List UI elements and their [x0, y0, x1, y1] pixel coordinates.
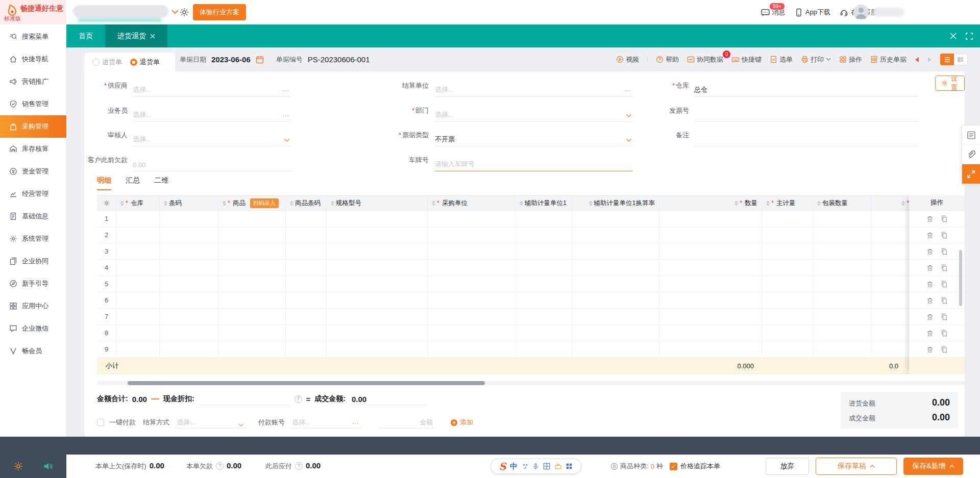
tab-2d[interactable]: 二维 — [154, 176, 168, 190]
grid-cell[interactable] — [286, 309, 327, 325]
sort-icon[interactable] — [290, 200, 293, 206]
grid-cell[interactable] — [659, 243, 762, 260]
grid-cell[interactable] — [572, 276, 659, 292]
grid-cell[interactable] — [428, 309, 516, 325]
row-number-cell[interactable]: 8 — [97, 325, 116, 341]
bill-type-field[interactable]: 不开票 — [435, 133, 633, 146]
tab-summary[interactable]: 汇总 — [126, 176, 140, 190]
trash-icon[interactable] — [926, 248, 934, 255]
grid-cell[interactable] — [327, 309, 428, 325]
grid-cell[interactable] — [762, 292, 813, 309]
grid-cell[interactable] — [813, 276, 871, 292]
video-button[interactable]: 视频 — [616, 55, 639, 64]
grid-cell[interactable] — [286, 341, 327, 358]
col-aux-rate[interactable]: 辅助计量单位1换算率 — [572, 196, 659, 211]
grid-cell[interactable] — [659, 325, 762, 341]
copy-icon[interactable] — [941, 313, 948, 320]
grid-cell[interactable] — [218, 341, 286, 358]
copy-icon[interactable] — [941, 248, 948, 255]
fullscreen-icon[interactable] — [966, 33, 973, 40]
trash-icon[interactable] — [926, 346, 934, 353]
grid-cell[interactable] — [659, 341, 762, 358]
copy-icon[interactable] — [941, 297, 948, 304]
grid-cell[interactable] — [428, 292, 516, 309]
h-scroll-thumb[interactable] — [128, 381, 485, 385]
ime-mode-indicator[interactable]: 中 — [510, 462, 518, 471]
row-number-cell[interactable]: 4 — [97, 260, 116, 276]
sidebar-item-quick-nav[interactable]: 快捷导航 — [0, 48, 66, 70]
remark-field[interactable] — [694, 133, 919, 146]
speaker-icon[interactable] — [43, 461, 53, 471]
grid-cell[interactable] — [160, 276, 218, 292]
sort-icon[interactable] — [520, 200, 523, 206]
grid-cell[interactable] — [516, 325, 572, 341]
mic-icon[interactable] — [532, 463, 539, 470]
grid-cell[interactable] — [572, 309, 659, 325]
trash-icon[interactable] — [926, 232, 934, 239]
grid-cell[interactable] — [218, 276, 286, 292]
trial-solution-button[interactable]: 体验行业方案 — [193, 4, 246, 20]
sidebar-item-system[interactable]: 系统管理 — [0, 228, 66, 250]
grid-cell[interactable] — [813, 211, 871, 227]
pay-account-select[interactable]: 选择...⋯ — [290, 416, 361, 429]
prev-arrow-icon[interactable] — [915, 57, 919, 63]
trash-icon[interactable] — [926, 215, 934, 222]
vertical-scroll-thumb[interactable] — [959, 250, 962, 306]
grid-cell[interactable] — [659, 227, 762, 243]
close-tab-icon[interactable] — [150, 34, 155, 39]
grid-cell[interactable] — [428, 341, 516, 358]
pick-order-button[interactable]: 选单 — [770, 55, 793, 64]
gear-icon[interactable] — [13, 461, 23, 471]
help-circle-icon[interactable]: ? — [216, 462, 224, 470]
more-icon[interactable]: ⋯ — [352, 419, 359, 427]
grid-cell[interactable] — [160, 325, 218, 341]
sort-icon[interactable] — [331, 200, 334, 206]
grid-cell[interactable] — [516, 227, 572, 243]
grid-cell[interactable] — [218, 243, 286, 260]
settle-method-select[interactable]: 选择... — [175, 416, 246, 429]
row-number-cell[interactable]: 5 — [97, 276, 116, 292]
grid-cell[interactable] — [516, 243, 572, 260]
grid-cell[interactable] — [762, 341, 813, 358]
radio-return-order[interactable]: 退货单 — [130, 58, 160, 67]
company-select-redacted[interactable] — [73, 5, 168, 18]
grid-cell[interactable] — [116, 309, 160, 325]
grid-cell[interactable] — [327, 292, 428, 309]
grid-cell[interactable] — [327, 341, 428, 358]
copy-icon[interactable] — [941, 281, 948, 288]
grid-cell[interactable] — [428, 325, 516, 341]
grid-cell[interactable] — [813, 227, 871, 243]
grid-cell[interactable] — [572, 243, 659, 260]
grid-cell[interactable] — [659, 276, 762, 292]
next-arrow-icon[interactable] — [927, 57, 932, 63]
draft-box-button[interactable] — [962, 125, 980, 145]
grid-cell[interactable] — [327, 325, 428, 341]
sidebar-item-purchase[interactable]: 采购管理 — [0, 115, 66, 138]
grid-cell[interactable] — [516, 260, 572, 276]
grid-cell[interactable] — [516, 341, 572, 358]
grid-cell[interactable] — [116, 276, 160, 292]
plate-no-field[interactable]: 请输入车牌号 — [435, 158, 633, 171]
grid-cell[interactable] — [327, 243, 428, 260]
grid-cell[interactable] — [762, 309, 813, 325]
more-icon[interactable]: ⋯ — [624, 86, 632, 94]
salesman-field[interactable]: 选择...⋯ — [133, 109, 291, 122]
help-circle-icon[interactable]: ? — [295, 395, 302, 403]
grid-cell[interactable] — [160, 243, 218, 260]
copy-icon[interactable] — [941, 346, 948, 353]
grid-cell[interactable] — [160, 309, 218, 325]
prior-debt-field[interactable]: 0.00 — [133, 158, 291, 171]
grid-cell[interactable] — [813, 292, 871, 309]
grid-cell[interactable] — [160, 341, 218, 358]
radio-purchase-order[interactable]: 进货单 — [92, 58, 122, 67]
column-settings-cell[interactable] — [97, 196, 116, 211]
hotkeys-button[interactable]: 快捷键 — [731, 55, 762, 64]
expand-button[interactable] — [962, 164, 980, 184]
grid-cell[interactable] — [327, 260, 428, 276]
sidebar-item-search-menu[interactable]: 搜索菜单 — [0, 26, 66, 48]
ime-toolbar[interactable]: S 中 — [491, 459, 581, 474]
grid-cell[interactable] — [813, 260, 871, 276]
grid-cell[interactable] — [762, 243, 813, 260]
grid-cell[interactable] — [218, 292, 286, 309]
toolbox-icon[interactable] — [554, 463, 562, 470]
